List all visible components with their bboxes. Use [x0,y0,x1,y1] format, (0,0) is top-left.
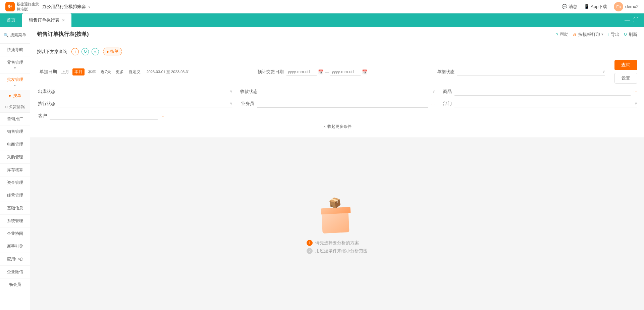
filter-field-dept: 部门 ∨ [442,100,637,107]
filter-field-customer: 客户 ··· [37,112,164,120]
search-button[interactable]: 查询 [614,60,637,70]
breadcrumb-dropdown-icon[interactable]: ∨ [88,4,91,9]
search-settings-area: 查询 设置 [614,60,637,84]
filter-field-receipt-status: 收款状态 ∨ [239,88,435,95]
user-area[interactable]: Ea demo2 [614,2,639,11]
sidebar-item-enterprise[interactable]: 企业协同 [0,227,30,240]
search-menu-button[interactable]: 🔍 搜索菜单 [3,30,27,40]
help-icon: ? [556,32,558,37]
sidebar-search-area: 🔍 搜索菜单 [0,27,30,44]
date-tabs: 上月 本月 本年 近7天 更多 自定义 [60,68,142,75]
tab-home[interactable]: 首页 [0,13,22,27]
sidebar-sub-item-arrears[interactable]: ⊙ 欠货情况 [0,101,30,112]
sidebar-item-operations[interactable]: 经营管理 [0,189,30,202]
expected-date-end-input[interactable] [330,68,361,76]
active-plan-item[interactable]: ● 按单 [103,48,122,55]
date-tab-cur[interactable]: 本月 [72,68,85,75]
active-plan-dot: ● [107,50,109,54]
customer-input[interactable] [50,112,158,120]
sidebar-item-inventory[interactable]: 库存核算 [0,164,30,176]
collapse-more-button[interactable]: ∧ 收起更多条件 [37,121,637,132]
receipt-status-label: 收款状态 [239,89,258,95]
message-icon: 💬 [562,4,567,9]
customer-more-icon[interactable]: ··· [160,113,164,118]
sidebar-item-wholesale-mgmt[interactable]: 批发管理 ▴ [0,73,30,90]
empty-illustration: 📦 [317,194,357,235]
filter-plan-label: 按以下方案查询 [37,49,67,55]
salesperson-input[interactable] [257,100,428,108]
expected-date-label: 预计交货日期 [257,69,284,75]
settings-button[interactable]: 设置 [614,73,637,84]
filter-row-2: 出库状态 ∨ 收款状态 ∨ [37,88,637,96]
sidebar-item-apps[interactable]: 应用中心 [0,253,30,266]
add-plan-button[interactable]: + [71,48,79,55]
receipt-status-dropdown-icon: ∨ [432,89,435,94]
print-icon: 🖨 [573,32,577,37]
tab-maximize-icon[interactable]: ⛶ [633,17,639,23]
filter-field-ship-status: 出库状态 ∨ [37,88,232,95]
refresh-icon: ↻ [624,32,627,37]
tab-actions: — ⛶ [619,17,644,23]
logo-text: 畅捷通好生意 标准版 [17,2,39,11]
ship-status-label: 出库状态 [37,89,55,95]
goods-more-icon[interactable]: ··· [633,89,637,94]
dept-select[interactable]: ∨ [454,100,637,107]
ship-status-select[interactable]: ∨ [58,88,232,95]
date-field-label: 单据日期 [37,69,57,75]
search-icon: 🔍 [4,33,9,38]
tab-close-icon[interactable]: × [62,17,65,23]
empty-tip-2: 2 用过滤条件来缩小分析范围 [307,248,368,254]
salesperson-label: 业务员 [239,101,254,107]
help-button[interactable]: ? 帮助 [556,32,568,38]
app-download-button[interactable]: 📱 App下载 [584,4,607,10]
messages-button[interactable]: 💬 消息 [562,4,577,10]
status-select[interactable]: ∨ [457,68,605,75]
sidebar-item-purchase[interactable]: 采购管理 [0,151,30,164]
filter-panel: 按以下方案查询 + ↻ « ● 按单 [30,42,644,138]
tab-sales-order-exec[interactable]: 销售订单执行表 × [22,13,71,27]
filter-field-salesperson: 业务员 ··· [239,100,435,108]
sidebar-item-system[interactable]: 系统管理 [0,215,30,227]
sidebar-sub-item-orders[interactable]: ● 按单 [0,90,30,101]
ship-status-dropdown-icon: ∨ [230,89,232,94]
calendar-start-icon[interactable]: 📅 [318,69,323,74]
tab-minimize-icon[interactable]: — [625,17,630,23]
expected-date-start-input[interactable] [286,68,317,76]
page-actions: ? 帮助 🖨 按模板打印 ▾ ↑ 导出 ↻ 刷新 [556,32,637,38]
print-button[interactable]: 🖨 按模板打印 ▾ [573,32,603,38]
date-tab-prev[interactable]: 上月 [60,68,70,75]
goods-input[interactable] [454,88,631,96]
status-dropdown-icon: ∨ [602,69,605,74]
sidebar-item-member[interactable]: 畅会员 [0,278,30,291]
date-tab-more[interactable]: 更多 [114,68,125,75]
calendar-end-icon[interactable]: 📅 [362,69,367,74]
export-button[interactable]: ↑ 导出 [607,32,620,38]
refresh-plan-button[interactable]: ↻ [82,48,89,55]
refresh-button[interactable]: ↻ 刷新 [624,32,637,38]
logo-area: 好 畅捷通好生意 标准版 [5,2,39,11]
date-tab-year[interactable]: 本年 [87,68,97,75]
sidebar: 🔍 搜索菜单 快捷导航 零售管理 ▾ 批发管理 ▴ ● 按单 [0,27,30,310]
empty-tips: 1 请先选择要分析的方案 2 用过滤条件来缩小分析范围 [307,240,368,254]
filter-rows: 单据日期 上月 本月 本年 近7天 更多 自定义 2023-03-01 至 20… [37,60,637,120]
tabbar: 首页 销售订单执行表 × — ⛶ [0,13,644,27]
sidebar-item-sales-mgmt[interactable]: 销售管理 [0,125,30,138]
sidebar-item-finance[interactable]: 资金管理 [0,176,30,189]
receipt-status-select[interactable]: ∨ [260,88,435,95]
date-tab-custom[interactable]: 自定义 [127,68,142,75]
salesperson-more-icon[interactable]: ··· [431,101,435,106]
sidebar-item-newbie[interactable]: 新手引导 [0,240,30,253]
chevron-up-icon: ▴ [14,83,16,87]
exec-status-select[interactable]: ∨ [58,100,232,107]
collapse-plan-button[interactable]: « [92,48,99,55]
sidebar-item-retail-mgmt[interactable]: 零售管理 ▾ [0,56,30,73]
date-tab-7days[interactable]: 近7天 [99,68,112,75]
sidebar-item-marketing[interactable]: 营销推广 [0,113,30,125]
topbar: 好 畅捷通好生意 标准版 办公用品行业模拟账套 ∨ 💬 消息 📱 App下载 E… [0,0,644,13]
sidebar-item-basic-info[interactable]: 基础信息 [0,202,30,215]
sidebar-item-ecommerce[interactable]: 电商管理 [0,138,30,151]
print-dropdown-icon[interactable]: ▾ [601,32,603,37]
sidebar-item-wechat[interactable]: 企业微信 [0,266,30,278]
sidebar-item-quick-nav[interactable]: 快捷导航 [0,44,30,56]
empty-state: 📦 1 请先选择要分析的方案 2 用过滤条件来缩小分析范围 [30,138,644,310]
